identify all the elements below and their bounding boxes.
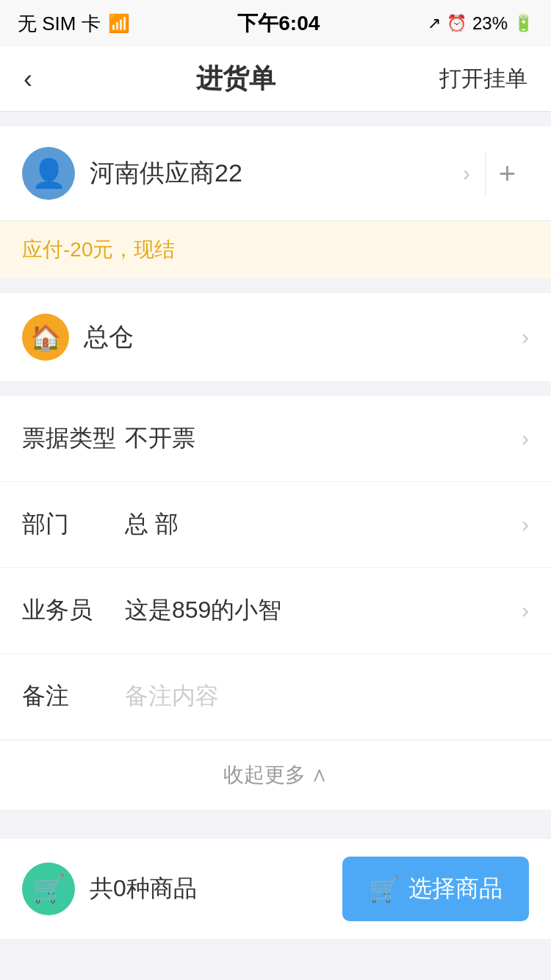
warehouse-arrow-icon: › bbox=[522, 325, 529, 350]
battery-label: 23% bbox=[472, 13, 508, 34]
select-product-button[interactable]: 🛒 选择商品 bbox=[342, 857, 529, 921]
remark-input[interactable]: 备注内容 bbox=[125, 680, 529, 713]
warehouse-icon-symbol: 🏠 bbox=[30, 323, 61, 352]
notice-text: 应付-20元，现结 bbox=[22, 238, 175, 261]
nav-bar: ‹ 进货单 打开挂单 bbox=[0, 47, 551, 112]
warehouse-card: 🏠 总仓 › bbox=[0, 293, 551, 381]
supplier-avatar: 👤 bbox=[22, 147, 75, 200]
alarm-icon: ⏰ bbox=[447, 14, 467, 33]
status-right: ↗ ⏰ 23% 🔋 bbox=[428, 13, 533, 34]
supplier-name: 河南供应商22 bbox=[90, 156, 463, 190]
invoice-type-arrow-icon: › bbox=[522, 426, 529, 451]
department-row[interactable]: 部门 总 部 › bbox=[0, 482, 551, 568]
invoice-type-row[interactable]: 票据类型 不开票 › bbox=[0, 396, 551, 482]
background-filler bbox=[0, 939, 551, 980]
wifi-icon: 📶 bbox=[108, 13, 130, 34]
add-supplier-button[interactable]: + bbox=[485, 151, 529, 195]
department-label: 部门 bbox=[22, 508, 125, 541]
warehouse-name: 总仓 bbox=[84, 320, 522, 354]
status-bar: 无 SIM 卡 📶 下午6:04 ↗ ⏰ 23% 🔋 bbox=[0, 0, 551, 47]
product-count: 共0种商品 bbox=[90, 873, 342, 905]
carrier-label: 无 SIM 卡 bbox=[18, 11, 101, 37]
salesperson-row[interactable]: 业务员 这是859的小智 › bbox=[0, 568, 551, 654]
battery-icon: 🔋 bbox=[514, 14, 533, 33]
gap-2 bbox=[0, 278, 551, 293]
department-value: 总 部 bbox=[125, 508, 514, 541]
collapse-label: 收起更多 ∧ bbox=[223, 761, 328, 789]
select-product-icon: 🛒 bbox=[369, 874, 400, 904]
product-bar: 🛒 共0种商品 🛒 选择商品 bbox=[0, 839, 551, 939]
invoice-type-value: 不开票 bbox=[125, 422, 514, 455]
open-pending-button[interactable]: 打开挂单 bbox=[439, 64, 527, 94]
select-product-label: 选择商品 bbox=[408, 873, 503, 905]
page-title: 进货单 bbox=[196, 61, 276, 97]
remark-row[interactable]: 备注 备注内容 bbox=[0, 654, 551, 740]
notice-bar: 应付-20元，现结 bbox=[0, 221, 551, 278]
form-section: 票据类型 不开票 › 部门 总 部 › 业务员 这是859的小智 › 备注 备注… bbox=[0, 396, 551, 810]
product-icon: 🛒 bbox=[22, 862, 75, 915]
salesperson-value: 这是859的小智 bbox=[125, 594, 514, 627]
gap-1 bbox=[0, 112, 551, 126]
avatar-icon: 👤 bbox=[32, 157, 66, 190]
status-time: 下午6:04 bbox=[237, 10, 320, 37]
supplier-row[interactable]: 👤 河南供应商22 › + bbox=[0, 126, 551, 221]
supplier-arrow-icon: › bbox=[463, 161, 470, 186]
gap-4 bbox=[0, 810, 551, 824]
location-icon: ↗ bbox=[428, 14, 441, 33]
collapse-row[interactable]: 收起更多 ∧ bbox=[0, 740, 551, 810]
department-arrow-icon: › bbox=[522, 512, 529, 537]
supplier-card: 👤 河南供应商22 › + 应付-20元，现结 bbox=[0, 126, 551, 278]
gap-3 bbox=[0, 381, 551, 396]
salesperson-arrow-icon: › bbox=[522, 598, 529, 623]
invoice-type-label: 票据类型 bbox=[22, 422, 125, 455]
warehouse-row[interactable]: 🏠 总仓 › bbox=[0, 293, 551, 381]
warehouse-icon: 🏠 bbox=[22, 314, 69, 361]
status-left: 无 SIM 卡 📶 bbox=[18, 11, 130, 37]
remark-label: 备注 bbox=[22, 680, 125, 713]
salesperson-label: 业务员 bbox=[22, 594, 125, 627]
back-button[interactable]: ‹ bbox=[24, 64, 32, 95]
product-icon-symbol: 🛒 bbox=[32, 873, 65, 904]
